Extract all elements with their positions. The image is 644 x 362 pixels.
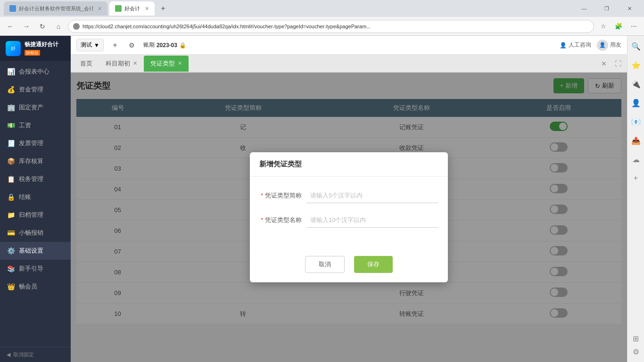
abbr-row: 凭证类型简称 (259, 188, 438, 203)
consult-button[interactable]: 👤 人工咨询 (560, 41, 591, 49)
sidebar-item-settings-label: 基础设置 (19, 247, 43, 255)
content-minimize[interactable]: ✕ (598, 58, 610, 70)
sidebar: 好 畅捷通好合计 旗舰版 📊 会报表中心 💰 资金管理 🏢 固定资产 💵 工资 (0, 36, 71, 362)
sidebar-item-expense[interactable]: 💳 小畅报销 (0, 224, 71, 242)
right-tool-gear[interactable]: ⚙ (629, 345, 643, 358)
assets-icon: 🏢 (7, 103, 15, 112)
url-text: https://cloud2.chanjet.com/accounting/uh… (83, 24, 371, 29)
tab-home-label: 首页 (80, 59, 92, 68)
right-tool-plug[interactable]: 🔌 (629, 77, 643, 90)
tab-voucher-type-close[interactable]: ✕ (178, 60, 182, 66)
reload-button[interactable]: ↻ (36, 20, 49, 33)
workspace-selector[interactable]: 测试 ▼ (76, 39, 104, 51)
sidebar-item-wages[interactable]: 💵 工资 (0, 116, 71, 134)
browser-tab-1[interactable]: 好会计云财务软件管理系统_会计 ✕ (4, 1, 107, 16)
cancel-button[interactable]: 取消 (305, 256, 345, 273)
abbr-input[interactable] (306, 188, 438, 203)
app-container: 好 畅捷通好合计 旗舰版 📊 会报表中心 💰 资金管理 🏢 固定资产 💵 工资 (0, 36, 644, 362)
browser-tab-2[interactable]: 好会计 ✕ (109, 1, 155, 16)
tab-subject-label: 科目期初 (106, 59, 130, 68)
favorites-icon[interactable]: ☆ (597, 20, 610, 33)
sidebar-item-funds[interactable]: 💰 资金管理 (0, 81, 71, 99)
right-tools: 🔍 ⭐ 🔌 👤 📧 📤 ☁ + ⊞ ⚙ (627, 36, 644, 362)
browser-extensions[interactable]: 🧩 (612, 20, 625, 33)
minimize-button[interactable]: — (573, 0, 595, 17)
period-info: 账期 2023-03 🔒 (143, 41, 186, 49)
workspace-label: 测试 (81, 41, 92, 49)
topbar-settings-button[interactable]: ⚙ (125, 39, 139, 52)
tab-home[interactable]: 首页 (74, 56, 99, 72)
logo-icon: 好 (6, 41, 21, 56)
guide-icon: 📚 (7, 264, 15, 273)
save-button[interactable]: 保存 (354, 256, 393, 273)
tab2-close[interactable]: ✕ (145, 6, 149, 12)
restore-button[interactable]: ❐ (596, 0, 618, 17)
page-tabs: 首页 科目期初 ✕ 凭证类型 ✕ ✕ ⛶ (71, 55, 627, 73)
sidebar-item-settings[interactable]: ⚙️ 基础设置 (0, 242, 71, 260)
sidebar-items: 📊 会报表中心 💰 资金管理 🏢 固定资产 💵 工资 🧾 发票管理 📦 (0, 61, 71, 347)
sidebar-item-tax-label: 税务管理 (19, 175, 43, 183)
unpin-icon: ◀ (7, 352, 10, 358)
right-tool-add[interactable]: + (629, 172, 643, 185)
sidebar-item-archive-label: 归档管理 (19, 211, 43, 219)
consult-label: 人工咨询 (569, 41, 591, 49)
sidebar-footer[interactable]: ◀ 取消固定 (0, 347, 71, 362)
address-bar: ← → ↻ ⌂ https://cloud2.chanjet.com/accou… (0, 17, 644, 36)
forward-button[interactable]: → (20, 20, 33, 33)
name-row: 凭证类型名称 (259, 213, 438, 228)
tab-voucher-type[interactable]: 凭证类型 ✕ (144, 56, 189, 72)
tab1-favicon (9, 5, 16, 12)
right-tool-share[interactable]: 📤 (629, 134, 643, 147)
tab2-favicon (115, 5, 122, 12)
back-button[interactable]: ← (4, 20, 17, 33)
sidebar-item-archive[interactable]: 📁 归档管理 (0, 206, 71, 224)
home-button[interactable]: ⌂ (52, 20, 65, 33)
tab-subject-close[interactable]: ✕ (133, 60, 137, 66)
period-lock-icon: 🔒 (179, 42, 186, 49)
content-maximize[interactable]: ⛶ (612, 58, 624, 70)
period-value: 2023-03 (157, 42, 177, 49)
sidebar-item-reports[interactable]: 📊 会报表中心 (0, 63, 71, 81)
right-tool-search[interactable]: 🔍 (629, 40, 643, 53)
window-controls: — ❐ ✕ (573, 0, 640, 17)
topbar-add-button[interactable]: + (108, 39, 122, 52)
tab1-label: 好会计云财务软件管理系统_会计 (19, 5, 93, 12)
right-tool-layout[interactable]: ⊞ (629, 332, 643, 345)
new-tab-button[interactable]: + (157, 2, 170, 15)
funds-icon: 💰 (7, 85, 15, 94)
archive-icon: 📁 (7, 211, 15, 219)
top-bar: 测试 ▼ + ⚙ 账期 2023-03 🔒 👤 人工咨询 👤 用友 (71, 36, 627, 55)
close-icon: 🔒 (7, 193, 15, 201)
browser-menu[interactable]: ⋯ (627, 20, 640, 33)
sidebar-item-assets[interactable]: 🏢 固定资产 (0, 99, 71, 116)
workspace-dropdown-icon: ▼ (94, 42, 99, 49)
settings-icon: ⚙️ (7, 247, 15, 255)
name-label: 凭证类型名称 (259, 216, 302, 224)
sidebar-item-invoices[interactable]: 🧾 发票管理 (0, 134, 71, 152)
right-tool-star[interactable]: ⭐ (629, 58, 643, 72)
right-tool-outlook[interactable]: 📧 (629, 115, 643, 128)
sidebar-item-guide-label: 新手引导 (19, 264, 43, 273)
tax-icon: 📋 (7, 175, 15, 183)
topbar-actions: + ⚙ (108, 39, 139, 52)
name-input[interactable] (306, 213, 438, 228)
unpin-label: 取消固定 (13, 351, 34, 358)
sidebar-item-member-label: 畅会员 (19, 282, 37, 291)
sidebar-item-guide[interactable]: 📚 新手引导 (0, 260, 71, 278)
member-icon: 👑 (7, 282, 15, 291)
inventory-icon: 📦 (7, 157, 15, 165)
sidebar-item-close[interactable]: 🔒 结账 (0, 188, 71, 206)
user-avatar: 👤 (597, 40, 608, 51)
user-info[interactable]: 👤 用友 (597, 40, 621, 51)
sidebar-item-tax[interactable]: 📋 税务管理 (0, 170, 71, 188)
right-tool-cloud[interactable]: ☁ (629, 153, 643, 166)
sidebar-item-inventory[interactable]: 📦 库存核算 (0, 152, 71, 170)
main-area: 测试 ▼ + ⚙ 账期 2023-03 🔒 👤 人工咨询 👤 用友 (71, 36, 627, 362)
sidebar-item-member[interactable]: 👑 畅会员 (0, 278, 71, 296)
sidebar-item-invoices-label: 发票管理 (19, 139, 43, 148)
close-button[interactable]: ✕ (619, 0, 640, 17)
url-input[interactable]: https://cloud2.chanjet.com/accounting/uh… (68, 20, 594, 33)
right-tool-person[interactable]: 👤 (629, 96, 643, 109)
tab1-close[interactable]: ✕ (98, 6, 102, 12)
tab-subject[interactable]: 科目期初 ✕ (99, 56, 144, 72)
